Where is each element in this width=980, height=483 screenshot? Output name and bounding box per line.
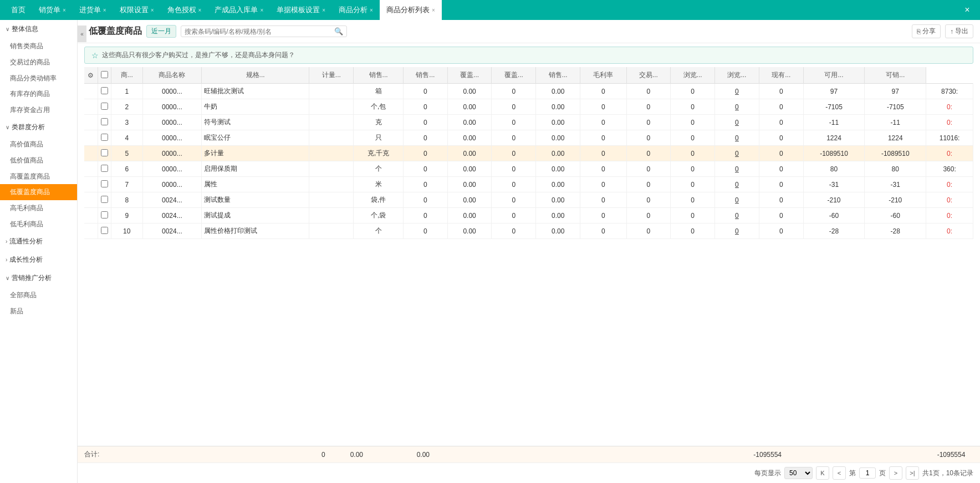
nav-roles[interactable]: 角色授权 × [161,0,208,20]
row-view1[interactable]: 0 [715,208,759,223]
select-all-checkbox[interactable] [101,71,108,78]
row-checkbox[interactable] [98,115,111,130]
row-view1[interactable]: 0 [715,146,759,161]
sidebar-item-category-turnover[interactable]: 商品分类动销率 [0,70,77,87]
sidebar-item-inventory-capital[interactable]: 库存资金占用 [0,102,77,118]
nav-purchase-order[interactable]: 进货单 × [73,0,113,20]
row-available-stock: 80 [865,161,926,177]
row-view1[interactable]: 0 [715,115,759,130]
row-view2: 0 [759,146,803,161]
row-checkbox[interactable] [98,177,111,192]
nav-sales-order[interactable]: 销货单 × [32,0,73,20]
row-checkbox[interactable] [98,192,111,208]
sidebar-item-traded-products[interactable]: 交易过的商品 [0,54,77,70]
close-icon[interactable]: × [198,7,202,13]
row-settings[interactable] [84,177,98,192]
sidebar-item-all-products[interactable]: 全部商品 [0,287,77,303]
row-trade: 0 [671,223,715,239]
row-sale-amount: 0.00 [447,208,492,223]
row-view1[interactable]: 0 [715,223,759,239]
window-close-button[interactable]: × [959,2,976,18]
sidebar-item-in-stock-products[interactable]: 有库存的商品 [0,86,77,102]
nav-product-analysis[interactable]: 商品分析 × [332,0,380,20]
row-checkbox[interactable] [98,223,111,239]
row-sale-amount: 0.00 [447,130,492,146]
page-number-input[interactable] [859,467,876,479]
row-checkbox[interactable] [98,99,111,115]
page-size-select[interactable]: 50 20 100 [784,467,813,479]
sidebar-item-high-margin[interactable]: 高毛利商品 [0,200,77,216]
row-settings[interactable] [84,99,98,115]
sidebar-item-high-value[interactable]: 高价值商品 [0,136,77,152]
th-settings[interactable]: ⚙ [84,67,98,84]
close-icon[interactable]: × [260,7,263,13]
period-button[interactable]: 近一月 [146,25,176,38]
sidebar-item-low-coverage[interactable]: 低覆盖度商品 [0,184,77,200]
row-settings[interactable] [84,115,98,130]
row-gross-rate: 0 [626,161,671,177]
row-view1[interactable]: 0 [715,84,759,99]
sidebar-section-cluster[interactable]: ∨ 类群度分析 [0,118,77,136]
sidebar-section-circulation[interactable]: › 流通性分析 [0,232,77,251]
export-icon: ↑ [950,28,953,35]
row-sale-count: 0 [403,161,447,177]
close-icon[interactable]: × [103,7,106,13]
row-checkbox[interactable] [98,208,111,223]
row-spec [309,130,354,146]
th-checkbox[interactable] [98,67,111,84]
th-current-stock: 现有... [759,67,803,84]
row-name: 测试提成 [201,208,309,223]
row-settings[interactable] [84,192,98,208]
nav-home[interactable]: 首页 [4,0,32,20]
close-icon[interactable]: × [432,7,435,13]
close-icon[interactable]: × [322,7,325,13]
row-trade: 0 [671,84,715,99]
sidebar-item-low-margin[interactable]: 低毛利商品 [0,216,77,232]
row-name: 多计量 [201,146,309,161]
row-view1[interactable]: 0 [715,192,759,208]
sidebar-item-low-value[interactable]: 低价值商品 [0,152,77,169]
last-page-button[interactable]: >| [906,466,919,480]
close-icon[interactable]: × [151,7,154,13]
row-unit: 袋,件 [354,192,404,208]
export-button[interactable]: ↑ 导出 [945,24,973,38]
row-sale-amount: 0.00 [447,223,492,239]
row-settings[interactable] [84,161,98,177]
sidebar-section-marketing[interactable]: ∨ 营销推广分析 [0,269,77,287]
sidebar-collapse-button[interactable]: « [78,26,86,42]
row-checkbox[interactable] [98,161,111,177]
sidebar-item-high-coverage[interactable]: 高覆盖度商品 [0,169,77,185]
next-page-button[interactable]: > [889,466,902,480]
sidebar-item-new-products[interactable]: 新品 [0,303,77,319]
row-settings[interactable] [84,223,98,239]
row-gross-rate: 0 [626,177,671,192]
row-view1[interactable]: 0 [715,161,759,177]
sidebar-section-growth[interactable]: › 成长性分析 [0,251,77,269]
sidebar-section-overall[interactable]: ∨ 整体信息 [0,20,77,38]
row-unit: 米 [354,177,404,192]
close-icon[interactable]: × [370,7,373,13]
row-view1[interactable]: 0 [715,177,759,192]
row-settings[interactable] [84,84,98,99]
row-view1[interactable]: 0 [715,130,759,146]
nav-permissions[interactable]: 权限设置 × [113,0,161,20]
search-input[interactable] [185,28,334,35]
row-settings[interactable] [84,146,98,161]
page-unit: 页 [879,469,886,478]
first-page-button[interactable]: K [816,466,829,480]
nav-product-analysis-list[interactable]: 商品分析列表 × [380,0,442,20]
row-view1[interactable]: 0 [715,99,759,115]
row-checkbox[interactable] [98,146,111,161]
prev-page-button[interactable]: < [833,466,846,480]
row-settings[interactable] [84,208,98,223]
row-checkbox[interactable] [98,130,111,146]
nav-template-settings[interactable]: 单据模板设置 × [270,0,332,20]
close-icon[interactable]: × [63,7,66,13]
row-settings[interactable] [84,130,98,146]
row-available-stock: -31 [865,177,926,192]
row-checkbox[interactable] [98,84,111,99]
table-row: 10 0024... 属性价格打印测试 个 0 0.00 0 0.00 0 0 … [84,223,973,239]
sidebar-item-sales-products[interactable]: 销售类商品 [0,38,77,54]
nav-finished-goods[interactable]: 产成品入库单 × [208,0,270,20]
share-button[interactable]: ⎘ 分享 [912,24,941,38]
